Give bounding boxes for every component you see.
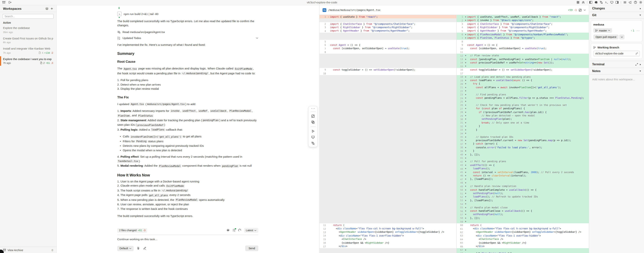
view-archive-button[interactable]: View Archive 0 — [0, 246, 56, 253]
chat-list-item: 2. Detect when a new plan arrives — [117, 82, 258, 87]
chat-scroll-area[interactable]: npm run build 2>&1 | tail -80The build c… — [56, 5, 319, 227]
diff-line: 47+ }, [loadPlans]); — [456, 177, 589, 181]
drag-handle[interactable] — [311, 108, 315, 109]
notes-input[interactable]: Add notes about this workspace... — [589, 75, 644, 84]
expand-icon[interactable] — [635, 63, 638, 66]
tool-call-row[interactable]: npm run build 2>&1 | tail -80 — [117, 12, 258, 16]
workspace-item[interactable]: Explore the codebase35m ago — [0, 25, 56, 35]
monitor-icon[interactable] — [610, 1, 614, 4]
working-branch-input[interactable]: vk/3ccf-explore-the-code — [593, 51, 640, 56]
diff-file-path[interactable]: /medusa/medusa/src/pages/Agent.tsx — [328, 8, 380, 12]
spark-icon[interactable] — [226, 229, 230, 232]
version-dropdown[interactable]: Latest — [244, 228, 258, 233]
preview-monitor-icon[interactable] — [311, 136, 315, 139]
diff-filler-line — [320, 93, 456, 96]
diff-view-icon[interactable] — [579, 8, 582, 12]
diff-modified-pane[interactable]: 1+import { useState, useEffect, useRef, … — [456, 15, 589, 253]
chat-heading: Summary — [117, 52, 258, 56]
open-pull-request-button[interactable]: Open pull request — [593, 34, 619, 40]
diff-toggle-icon[interactable] — [311, 114, 315, 118]
settings-gear-icon[interactable] — [639, 1, 642, 4]
read-icon — [117, 30, 121, 34]
diff-line: 35+ // Update tracked plan IDs — [456, 135, 589, 139]
diff-line: 10 — [320, 72, 456, 75]
panel-right-icon[interactable] — [616, 1, 619, 4]
chevron-down-icon[interactable] — [256, 37, 258, 39]
diff-filler-line — [320, 170, 456, 174]
message-input[interactable]: Continue working on this task... — [117, 235, 258, 244]
send-button[interactable]: Send — [245, 246, 258, 251]
layers-icon[interactable] — [45, 7, 48, 10]
diff-line: 45+ const interval = setInterval(loadPla… — [456, 170, 589, 174]
repo-name: medusa — [593, 23, 640, 26]
diff-line: 16 const toggleSidebar = () => setSideba… — [456, 68, 589, 72]
archive-icon[interactable] — [2, 1, 6, 4]
copy-icon[interactable] — [311, 120, 315, 124]
chat-list-item: 3. Polling logic: Added a loadPlans call… — [117, 128, 258, 132]
diff-line: 6+import { PlanReviewModal } from "@/com… — [456, 33, 589, 36]
pen-icon[interactable] — [143, 247, 146, 250]
toolbar-divider — [310, 112, 316, 112]
menu-icon[interactable] — [623, 1, 626, 4]
sign-out-icon[interactable] — [8, 1, 11, 4]
panel-left-icon[interactable] — [589, 1, 592, 4]
diff-line: 33+ } — [456, 128, 589, 132]
inline-code: PlanStatus — [138, 114, 154, 118]
workspace-item[interactable]: Install and integrate Vibe Kanban Web7h … — [0, 46, 56, 56]
git-branch-icon[interactable] — [311, 142, 315, 145]
search-input[interactable] — [3, 14, 54, 19]
attach-icon[interactable] — [137, 247, 140, 250]
right-panel: Changes Git medusa master ↑ 1 ··· Open — [589, 5, 644, 253]
chevron-down-icon — [608, 30, 610, 31]
git-compare-icon[interactable] — [600, 1, 603, 4]
help-icon[interactable] — [634, 1, 637, 4]
tool-call-row[interactable]: Read medusa/src/pages/Agent.tsx — [117, 30, 258, 34]
play-icon[interactable] — [311, 130, 315, 133]
diff-filler-line — [320, 118, 456, 121]
inline-code: ExitPlanMode — [166, 184, 184, 188]
workspace-stats: 2+61-3 — [40, 62, 53, 64]
ahead-indicator[interactable]: ↑ 1 — [631, 29, 634, 32]
workspace-item[interactable]: Create Good First Issues on Github So p6… — [0, 35, 56, 46]
branch-selector[interactable]: master — [593, 28, 612, 33]
pause-icon[interactable] — [576, 1, 580, 4]
titlebar-divider — [621, 1, 621, 4]
inline-code: previousPlanIdsRef — [137, 124, 164, 127]
diff-line: 46+ return () => clearInterval(interval)… — [456, 174, 589, 178]
diff-line: 31+ break; // Only open one at a time — [456, 121, 589, 124]
diff-filler-line — [320, 103, 456, 107]
inline-code: invoke<PlanItem[]>('get_all_plans') — [130, 135, 182, 138]
notes-section-header[interactable]: Notes — [589, 68, 644, 75]
collapse-up-icon[interactable] — [582, 1, 585, 4]
working-branch-value: vk/3ccf-explore-the-code — [595, 52, 624, 55]
todos-status-icon[interactable] — [232, 229, 236, 232]
workspace-item[interactable]: Explore the codebase I want you to exp7h… — [0, 56, 56, 66]
diff-line: 19+ const loadPlans = useCallback(async … — [456, 79, 589, 82]
terminal-section-header[interactable]: Terminal — [589, 61, 644, 68]
workspace-title: Explore the codebase — [3, 26, 53, 30]
add-workspace-icon[interactable] — [50, 7, 53, 10]
inline-code: PlanReviewModal — [229, 110, 252, 113]
diff-filler-line — [320, 79, 456, 82]
changes-section-header[interactable]: Changes — [589, 5, 644, 12]
diff-original-pane[interactable]: 1-import { useState } from "react";2impo… — [320, 15, 456, 253]
megaphone-icon[interactable] — [628, 1, 632, 4]
git-branch-icon — [595, 29, 598, 32]
pull-request-options-button[interactable] — [620, 34, 625, 40]
git-section-header[interactable]: Git — [589, 12, 644, 19]
diff-line: 4import { AgentHeader } from "@/componen… — [320, 29, 456, 33]
edit-pencil-icon[interactable] — [635, 52, 638, 55]
tool-call-row[interactable]: Updated Todos — [117, 36, 258, 40]
inline-code: invoke — [170, 110, 180, 113]
repo-card: medusa master ↑ 1 ··· Open pull request — [591, 21, 642, 42]
more-options-icon[interactable]: ··· — [636, 29, 640, 32]
chat-heading: The Fix — [117, 95, 258, 99]
terminal-icon[interactable] — [605, 1, 608, 4]
files-changed-badge[interactable]: 2 files changed +61 -3 — [117, 228, 148, 232]
sidebar-title: Workspaces — [3, 6, 43, 10]
workspace-title: Install and integrate Vibe Kanban Web — [3, 47, 53, 50]
collapse-diff-icon[interactable] — [584, 9, 586, 11]
diff-filler-line — [320, 89, 456, 93]
chat-bubble-icon[interactable] — [594, 1, 598, 4]
mode-dropdown[interactable]: Default — [117, 246, 134, 251]
